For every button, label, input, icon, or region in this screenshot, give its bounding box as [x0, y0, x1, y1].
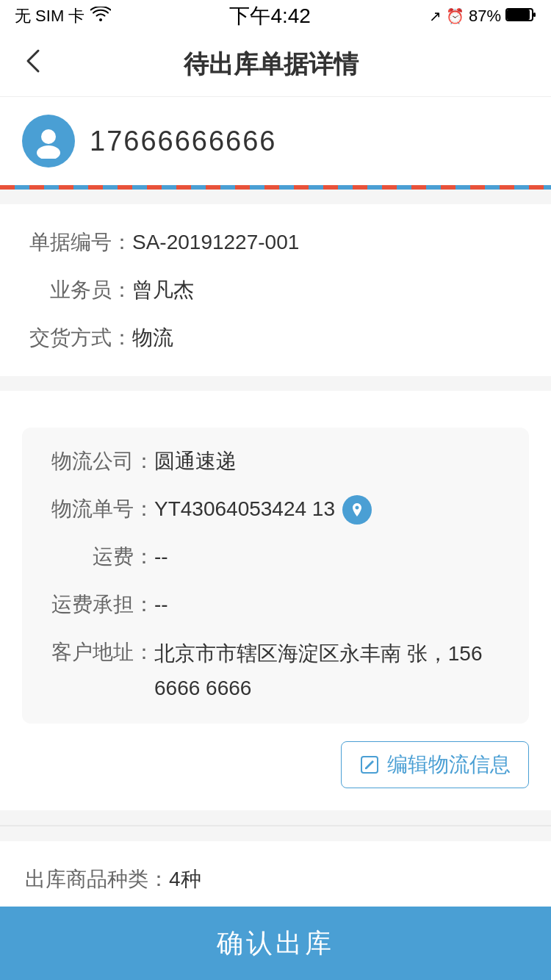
edit-logistics-label: 编辑物流信息: [387, 751, 511, 779]
goods-type-label: 出库商品种类：: [22, 863, 169, 896]
staff-row: 业务员： 曾凡杰: [22, 274, 529, 307]
user-phone: 17666666666: [90, 126, 276, 157]
logistics-section: 物流公司： 圆通速递 物流单号： YT43064053424 13 运费： --: [0, 391, 551, 810]
sim-status: 无 SIM 卡: [15, 5, 84, 27]
section-divider: [0, 825, 551, 826]
dashed-divider: [0, 185, 551, 190]
document-number-label: 单据编号：: [22, 226, 132, 259]
freight-bear-row: 运费承担： --: [44, 588, 507, 621]
staff-value: 曾凡杰: [132, 274, 529, 307]
staff-label: 业务员：: [22, 274, 132, 307]
address-label: 客户地址：: [44, 636, 154, 669]
svg-point-3: [41, 129, 56, 144]
address-value: 北京市市辖区海淀区永丰南 张，156 6666 6666: [154, 636, 507, 706]
edit-logistics-button[interactable]: 编辑物流信息: [341, 741, 529, 788]
edit-btn-row: 编辑物流信息: [22, 741, 529, 788]
delivery-row: 交货方式： 物流: [22, 322, 529, 355]
svg-rect-1: [507, 10, 530, 20]
freight-bear-value: --: [154, 588, 507, 621]
status-bar: 无 SIM 卡 下午4:42 ↗ ⏰ 87%: [0, 0, 551, 32]
wifi-icon: [90, 7, 111, 26]
avatar: [22, 115, 75, 167]
confirm-btn-label: 确认出库: [217, 926, 334, 962]
freight-row: 运费： --: [44, 541, 507, 574]
battery-level: 87%: [469, 7, 501, 26]
status-time: 下午4:42: [229, 2, 311, 30]
delivery-label: 交货方式：: [22, 322, 132, 355]
tracking-row: 物流单号： YT43064053424 13: [44, 493, 507, 526]
confirm-btn-bar[interactable]: 确认出库: [0, 907, 551, 980]
freight-value: --: [154, 541, 507, 574]
goods-type-value: 4种: [169, 863, 529, 896]
goods-type-row: 出库商品种类： 4种: [22, 863, 529, 896]
document-number-row: 单据编号： SA-20191227-001: [22, 226, 529, 259]
freight-bear-label: 运费承担：: [44, 588, 154, 621]
back-button[interactable]: [22, 45, 43, 84]
document-number-value: SA-20191227-001: [132, 226, 529, 259]
status-right: ↗ ⏰ 87%: [429, 6, 536, 26]
svg-rect-2: [533, 12, 536, 17]
status-left: 无 SIM 卡: [15, 5, 111, 27]
logistics-company-row: 物流公司： 圆通速递: [44, 445, 507, 478]
logistics-company-value: 圆通速递: [154, 445, 507, 478]
tracking-location-icon[interactable]: [342, 495, 372, 525]
page-title: 待出库单据详情: [57, 48, 485, 82]
svg-point-4: [37, 145, 60, 159]
tracking-value: YT43064053424 13: [154, 493, 507, 526]
battery-icon: [505, 6, 536, 26]
location-icon: ↗: [429, 7, 442, 25]
user-header: 17666666666: [0, 97, 551, 185]
nav-bar: 待出库单据详情: [0, 32, 551, 97]
delivery-value: 物流: [132, 322, 529, 355]
logistics-card: 物流公司： 圆通速递 物流单号： YT43064053424 13 运费： --: [22, 428, 529, 723]
address-row: 客户地址： 北京市市辖区海淀区永丰南 张，156 6666 6666: [44, 636, 507, 706]
alarm-icon: ⏰: [446, 7, 464, 25]
document-info-section: 单据编号： SA-20191227-001 业务员： 曾凡杰 交货方式： 物流: [0, 204, 551, 376]
tracking-label: 物流单号：: [44, 493, 154, 526]
freight-label: 运费：: [44, 541, 154, 574]
logistics-company-label: 物流公司：: [44, 445, 154, 478]
